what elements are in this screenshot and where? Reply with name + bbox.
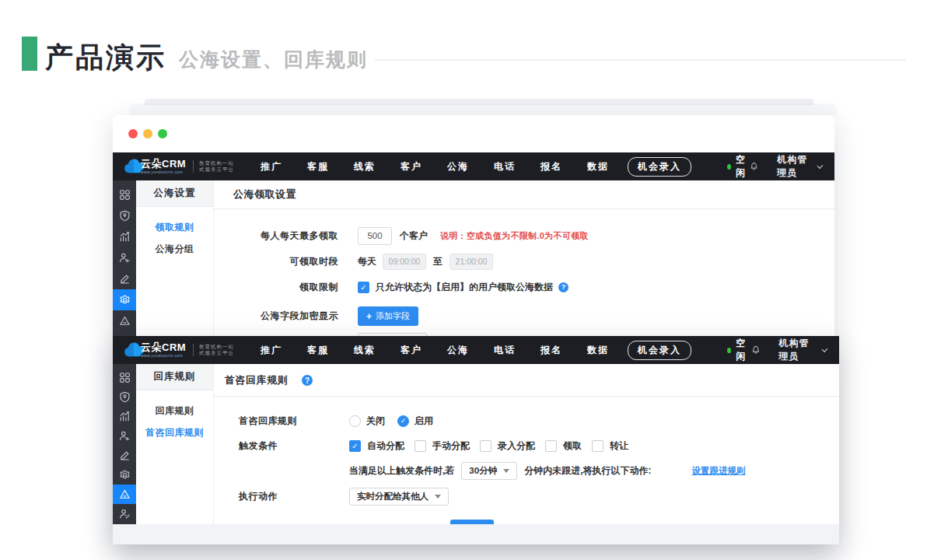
opportunity-entry-button[interactable]: 机会录入 — [628, 341, 691, 360]
header-divider — [375, 59, 906, 61]
agent-status[interactable]: 空闲 — [727, 337, 751, 363]
nav-item-pool[interactable]: 公海 — [435, 344, 481, 357]
nav-item-pool[interactable]: 公海 — [435, 160, 481, 173]
help-icon[interactable]: ? — [302, 375, 313, 386]
logo-divider — [193, 344, 194, 356]
sidebar-apps-grid-icon[interactable] — [113, 368, 136, 387]
nav-item-promotion[interactable]: 推广 — [248, 344, 295, 357]
plus-icon: + — [366, 312, 372, 321]
rule-off-label: 关闭 — [366, 415, 385, 428]
sidebar-shield-icon[interactable] — [113, 205, 136, 226]
brand-logo[interactable]: 云朵CRM www.yunduocrm.com 教育机构一站 式服务云平台 — [122, 158, 234, 175]
user-menu[interactable]: 机构管理员 — [779, 337, 827, 363]
nav-menu: 推广 客服 线索 客户 公海 电话 报名 数据 — [248, 344, 621, 357]
claim-limit-label: 领取限制 — [214, 281, 358, 294]
rule-switch-row: 首咨回库规则 关闭 启用 — [239, 412, 839, 429]
user-menu[interactable]: 机构管理员 — [777, 153, 822, 180]
timeout-select[interactable]: 30分钟 — [461, 462, 517, 480]
sidebar-analytics-icon[interactable] — [113, 407, 136, 426]
follow-up-rules-link[interactable]: 设置跟进规则 — [691, 465, 745, 477]
nav-item-leads[interactable]: 线索 — [341, 160, 388, 173]
user-name: 机构管理员 — [779, 337, 818, 363]
status-dot-icon — [727, 348, 731, 353]
window-footer-strip — [113, 524, 839, 544]
add-field-button[interactable]: +添加字段 — [358, 306, 418, 326]
nav-item-signup[interactable]: 报名 — [528, 344, 575, 357]
sidebar-triangle-icon[interactable] — [113, 310, 136, 331]
rule-on-radio[interactable] — [397, 415, 409, 427]
claim-time-prefix: 每天 — [358, 255, 376, 268]
sidebar-gear-icon[interactable] — [113, 465, 136, 485]
help-icon[interactable]: ? — [558, 282, 568, 292]
max-claim-note: 说明：空或负值为不限制.0为不可领取 — [440, 230, 589, 242]
nav-item-promotion[interactable]: 推广 — [248, 160, 295, 173]
brand-logo[interactable]: 云朵CRM www.yunduocrm.com 教育机构一站 式服务云平台 — [122, 341, 234, 359]
trigger-transfer-checkbox[interactable] — [592, 440, 603, 452]
sidebar-user-follow-icon[interactable] — [113, 426, 136, 446]
brand-accent-block — [22, 37, 37, 71]
panel-title: 回库规则 — [136, 364, 213, 390]
max-claim-suffix: 个客户 — [400, 229, 428, 243]
maximize-traffic-light[interactable] — [158, 129, 167, 138]
nav-item-phone[interactable]: 电话 — [481, 160, 528, 173]
tagline-line2: 式服务云平台 — [199, 166, 234, 173]
trigger-manual-assign-label: 手动分配 — [432, 439, 470, 453]
agent-status[interactable]: 空闲 — [727, 153, 750, 180]
claim-time-label: 可领取时段 — [214, 255, 358, 268]
brand-name: 云朵CRM — [141, 159, 186, 169]
nav-item-customers[interactable]: 客户 — [388, 160, 435, 173]
panel-item-claim-rules[interactable]: 领取规则 — [136, 216, 213, 238]
nav-menu: 推广 客服 线索 客户 公海 电话 报名 数据 — [248, 160, 621, 173]
action-select[interactable]: 实时分配给其他人 — [349, 488, 449, 506]
trigger-claim-checkbox[interactable] — [545, 440, 557, 452]
sidebar-signature-icon[interactable] — [113, 268, 136, 289]
panel-title: 公海设置 — [136, 180, 213, 207]
time-from-input[interactable]: 09:00:00 — [383, 254, 426, 270]
trigger-entry-assign-checkbox[interactable] — [480, 440, 491, 452]
claim-limit-checkbox[interactable] — [358, 282, 369, 293]
sidebar-shield-icon[interactable] — [113, 387, 136, 407]
minimize-traffic-light[interactable] — [143, 129, 152, 138]
sidebar-analytics-icon[interactable] — [113, 226, 136, 247]
panel-item-pool-groups[interactable]: 公海分组 — [136, 238, 213, 260]
window-return-rules: 云朵CRM www.yunduocrm.com 教育机构一站 式服务云平台 推广… — [113, 336, 839, 544]
trigger-row: 触发条件 自动分配 手动分配 录入分配 领取 转让 — [239, 437, 839, 454]
nav-item-service[interactable]: 客服 — [295, 344, 341, 357]
sidebar-apps-grid-icon[interactable] — [113, 184, 136, 205]
status-dot-icon — [727, 164, 731, 170]
condition-text-before: 当满足以上触发条件时,若 — [349, 464, 454, 478]
sidebar-user-edit-icon[interactable] — [113, 504, 136, 523]
sidebar-signature-icon[interactable] — [113, 446, 136, 465]
field-mask-label: 公海字段加密显示 — [214, 310, 358, 323]
add-field-button-label: 添加字段 — [376, 310, 410, 322]
notification-bell-icon[interactable] — [751, 344, 761, 356]
sidebar-triangle-icon[interactable] — [113, 485, 136, 504]
opportunity-entry-button[interactable]: 机会录入 — [628, 157, 691, 177]
claim-limit-text: 只允许状态为【启用】的用户领取公海数据 — [376, 281, 553, 294]
nav-item-customers[interactable]: 客户 — [388, 344, 435, 357]
nav-item-data[interactable]: 数据 — [575, 344, 621, 357]
stacked-window-strip — [130, 105, 836, 116]
rule-switch-label: 首咨回库规则 — [239, 415, 349, 428]
panel-item-return-rules[interactable]: 回库规则 — [136, 400, 213, 422]
time-to-input[interactable]: 21:00:00 — [450, 254, 493, 270]
window-titlebar — [113, 115, 834, 152]
max-claim-input[interactable] — [358, 227, 392, 245]
close-traffic-light[interactable] — [128, 129, 138, 138]
nav-item-leads[interactable]: 线索 — [341, 344, 388, 357]
rule-off-radio[interactable] — [349, 415, 361, 427]
trigger-manual-assign-checkbox[interactable] — [415, 440, 426, 452]
notification-bell-icon[interactable] — [750, 160, 758, 173]
sidebar-gear-icon[interactable] — [113, 289, 136, 310]
sidebar-user-follow-icon[interactable] — [113, 247, 136, 268]
tagline-line1: 教育机构一站 — [199, 344, 234, 350]
trigger-auto-assign-checkbox[interactable] — [349, 440, 361, 452]
panel-item-first-consult-return[interactable]: 首咨回库规则 — [136, 422, 213, 443]
nav-item-signup[interactable]: 报名 — [528, 160, 575, 173]
nav-item-phone[interactable]: 电话 — [481, 344, 528, 357]
nav-item-service[interactable]: 客服 — [295, 160, 341, 173]
nav-item-data[interactable]: 数据 — [575, 160, 621, 173]
field-mask-row: 公海字段加密显示 +添加字段 — [214, 306, 834, 326]
page-title: 产品演示 — [45, 39, 166, 77]
content-title: 首咨回库规则 — [225, 373, 288, 387]
